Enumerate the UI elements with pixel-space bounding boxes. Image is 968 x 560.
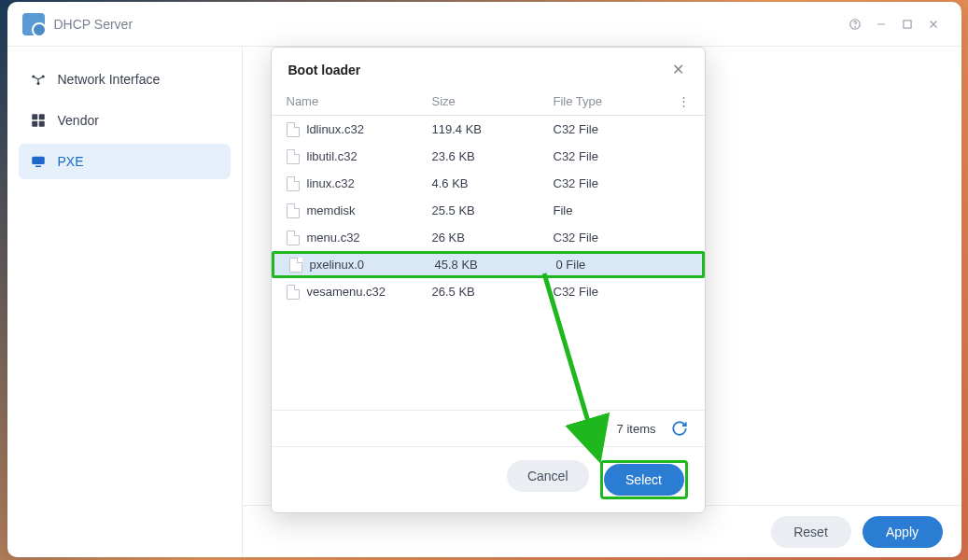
file-size: 119.4 KB xyxy=(432,122,554,136)
sidebar-item-network-interface[interactable]: Network Interface xyxy=(19,62,231,97)
file-name: memdisk xyxy=(307,203,356,217)
file-type: C32 File xyxy=(554,176,694,190)
sidebar: Network Interface Vendor PXE xyxy=(7,47,243,557)
column-menu-button[interactable]: ⋮ xyxy=(675,94,694,108)
sidebar-item-label: Network Interface xyxy=(58,72,161,87)
file-type: File xyxy=(554,203,694,217)
svg-rect-11 xyxy=(32,121,37,127)
dialog-close-button[interactable]: ✕ xyxy=(669,61,688,78)
file-icon xyxy=(287,231,300,245)
file-row[interactable]: memdisk25.5 KBFile xyxy=(272,197,705,224)
file-type: C32 File xyxy=(554,231,694,245)
file-type: C32 File xyxy=(554,149,694,163)
minimize-button[interactable] xyxy=(868,11,894,37)
sidebar-item-vendor[interactable]: Vendor xyxy=(19,103,231,138)
file-size: 23.6 KB xyxy=(432,149,554,163)
refresh-icon xyxy=(671,420,688,437)
file-icon xyxy=(287,176,300,191)
column-header-type[interactable]: File Type xyxy=(554,94,675,108)
file-icon xyxy=(289,258,302,273)
file-type: 0 File xyxy=(556,258,691,272)
file-type: C32 File xyxy=(554,285,694,299)
file-list-header: Name Size File Type ⋮ xyxy=(272,88,705,116)
dhcp-server-window: DHCP Server Network Interface xyxy=(7,2,961,557)
app-icon xyxy=(22,13,45,35)
sidebar-item-label: Vendor xyxy=(58,113,99,128)
file-size: 25.5 KB xyxy=(432,203,554,217)
file-icon xyxy=(287,122,300,137)
file-row[interactable]: ldlinux.c32119.4 KBC32 File xyxy=(272,116,705,143)
file-size: 4.6 KB xyxy=(432,176,554,190)
help-button[interactable] xyxy=(842,11,868,37)
maximize-button[interactable] xyxy=(894,11,920,37)
svg-rect-10 xyxy=(38,114,44,119)
boot-loader-dialog: Boot loader ✕ Name Size File Type ⋮ ldli… xyxy=(271,47,706,513)
file-icon xyxy=(287,149,300,164)
file-row[interactable]: menu.c3226 KBC32 File xyxy=(272,224,705,251)
file-type: C32 File xyxy=(554,122,694,136)
file-name: ldlinux.c32 xyxy=(307,122,364,136)
file-name: linux.c32 xyxy=(307,176,355,190)
file-row[interactable]: linux.c324.6 KBC32 File xyxy=(272,170,705,197)
file-name: vesamenu.c32 xyxy=(307,285,386,299)
file-name: menu.c32 xyxy=(307,231,360,245)
pxe-icon xyxy=(30,153,47,170)
column-header-name[interactable]: Name xyxy=(283,94,432,108)
svg-rect-14 xyxy=(35,166,41,168)
file-row[interactable]: pxelinux.045.8 KB0 File xyxy=(272,251,705,278)
svg-rect-9 xyxy=(32,114,37,119)
titlebar: DHCP Server xyxy=(7,2,961,47)
select-button[interactable]: Select xyxy=(604,464,684,496)
file-size: 26 KB xyxy=(432,231,554,245)
minimize-icon xyxy=(875,18,888,31)
svg-rect-12 xyxy=(38,121,44,127)
file-size: 45.8 KB xyxy=(435,258,556,272)
close-icon xyxy=(927,18,940,31)
window-title: DHCP Server xyxy=(54,17,133,32)
file-row[interactable]: libutil.c3223.6 KBC32 File xyxy=(272,143,705,170)
svg-point-1 xyxy=(854,26,855,27)
vendor-icon xyxy=(30,112,47,129)
svg-rect-13 xyxy=(32,157,45,164)
file-list-footer: 7 items xyxy=(272,410,705,447)
close-window-button[interactable] xyxy=(920,11,947,37)
item-count: 7 items xyxy=(617,422,656,436)
file-size: 26.5 KB xyxy=(432,285,554,299)
cancel-button[interactable]: Cancel xyxy=(507,460,589,492)
file-row[interactable]: vesamenu.c3226.5 KBC32 File xyxy=(272,278,705,305)
file-name: libutil.c32 xyxy=(307,149,358,163)
file-icon xyxy=(287,203,300,218)
file-icon xyxy=(287,285,300,300)
column-header-size[interactable]: Size xyxy=(432,94,554,108)
dialog-title: Boot loader xyxy=(288,63,361,77)
file-name: pxelinux.0 xyxy=(310,258,365,272)
sidebar-item-pxe[interactable]: PXE xyxy=(19,144,231,179)
apply-button[interactable]: Apply xyxy=(863,516,943,548)
maximize-icon xyxy=(901,18,914,31)
refresh-button[interactable] xyxy=(671,420,688,437)
sidebar-item-label: PXE xyxy=(58,154,84,169)
network-icon xyxy=(30,71,47,88)
svg-rect-3 xyxy=(903,20,910,27)
file-list: ldlinux.c32119.4 KBC32 Filelibutil.c3223… xyxy=(272,116,705,410)
select-highlight: Select xyxy=(600,460,688,499)
help-icon xyxy=(849,18,862,31)
reset-button[interactable]: Reset xyxy=(771,516,851,548)
